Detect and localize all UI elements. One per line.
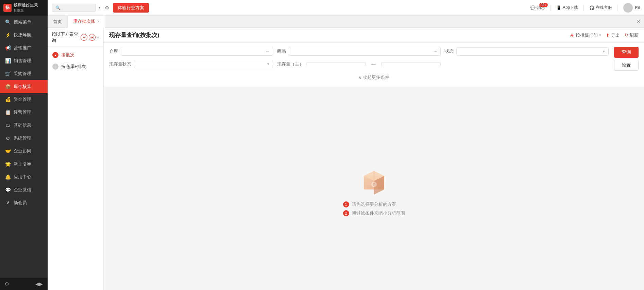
marketing-icon: 📢: [5, 45, 11, 51]
tabs-bar: 首页 库存批次账 × ✕: [48, 16, 644, 28]
divider: [550, 4, 551, 11]
guide-icon: 🌟: [5, 161, 11, 167]
product-filter-group: 商品 ···: [277, 47, 441, 56]
sidebar-item-basic[interactable]: 🗂 基础信息: [0, 119, 48, 132]
inventory-status-select[interactable]: ▾: [134, 60, 273, 68]
product-more-icon[interactable]: ···: [434, 49, 437, 54]
empty-illustration: ?: [357, 161, 391, 195]
filter-area: 仓库 ··· 商品 ···: [109, 47, 639, 72]
tab-home[interactable]: 首页: [48, 16, 68, 28]
scheme-gear-button[interactable]: [89, 34, 96, 41]
inventory-status-label: 现存量状态: [109, 61, 131, 67]
messages-button[interactable]: 💬 消息 99+: [530, 5, 545, 11]
warehouse-more-icon[interactable]: ···: [266, 49, 269, 54]
divider3: [617, 4, 618, 11]
sidebar-item-operations[interactable]: 📋 经营管理: [0, 106, 48, 119]
member-icon: V: [5, 200, 11, 206]
scheme-panel: 按以下方案查询 + « ● 按批次 ○ 按仓库+批次: [48, 28, 104, 290]
query-header: 现存量查询(按批次) 🖨 按模板打印 ▾ ⬆ 导出 ↻: [104, 28, 644, 43]
sidebar-item-system[interactable]: ⚙ 系统管理: [0, 132, 48, 145]
sidebar-item-finance[interactable]: 💰 资金管理: [0, 93, 48, 106]
sidebar-item-purchase[interactable]: 🛒 采购管理: [0, 67, 48, 80]
product-input[interactable]: ···: [289, 47, 441, 56]
collapse-more-button[interactable]: ∧ 收起更多条件: [109, 72, 639, 83]
sidebar-item-sales[interactable]: 📊 销售管理: [0, 54, 48, 67]
query-button[interactable]: 查询: [614, 47, 639, 58]
sidebar-item-apps[interactable]: 🔔 应用中心: [0, 170, 48, 183]
inventory-qty-end[interactable]: [381, 62, 441, 66]
sidebar-item-member[interactable]: V 畅会员: [0, 196, 48, 209]
empty-tip-2: 2 用过滤条件来缩小分析范围: [343, 210, 405, 216]
try-solution-button[interactable]: 体验行业方案: [113, 3, 149, 13]
apps-icon: 🔔: [5, 174, 11, 180]
sidebar: 畅 畅康通好生意 标准版 🔍 搜索菜单 ⚡ 快捷导航 📢 营销推广 📊 销售管理…: [0, 0, 48, 290]
finance-icon: 💰: [5, 96, 11, 103]
topbar-left: 🔍 ▾ ⚙ 体验行业方案: [52, 3, 527, 13]
sidebar-item-inventory[interactable]: 📦 库存核算: [0, 80, 48, 93]
scheme-add-button[interactable]: +: [81, 34, 87, 41]
message-badge: 99+: [539, 3, 548, 7]
qty-dash: —: [369, 61, 378, 67]
inventory-qty-label: 现存量（主）: [277, 61, 304, 67]
scheme-item-batch[interactable]: ● 按批次: [48, 49, 103, 61]
query-panel: 现存量查询(按批次) 🖨 按模板打印 ▾ ⬆ 导出 ↻: [104, 28, 644, 290]
tip-number-1: 1: [343, 201, 349, 207]
scheme-batch-icon: ●: [52, 52, 58, 58]
divider2: [583, 4, 584, 11]
search-icon: 🔍: [5, 19, 11, 25]
refresh-button[interactable]: ↻ 刷新: [625, 32, 639, 38]
svg-text:?: ?: [373, 183, 375, 186]
product-label: 商品: [277, 48, 286, 54]
sidebar-item-marketing[interactable]: 📢 营销推广: [0, 41, 48, 54]
filter-buttons: 查询 设置: [614, 47, 639, 71]
filter-section: 仓库 ··· 商品 ···: [104, 43, 644, 87]
main-area: 🔍 ▾ ⚙ 体验行业方案 💬 消息 99+ 📱 App下载 🎧 在线客服: [48, 0, 644, 290]
inventory-qty-group: 现存量（主） —: [277, 61, 441, 67]
settings-footer-icon[interactable]: ⚙: [5, 281, 9, 287]
scheme-warehouse-batch-icon: ○: [52, 64, 58, 70]
empty-state: ? 1 请先选择要分析的方案 2 用过滤条件来缩小分析范围: [104, 87, 644, 290]
empty-tip-1: 1 请先选择要分析的方案: [343, 201, 405, 207]
print-dropdown-icon[interactable]: ▾: [599, 33, 601, 37]
filter-fields: 仓库 ··· 商品 ···: [109, 47, 609, 72]
sidebar-item-shortcut[interactable]: ⚡ 快捷导航: [0, 29, 48, 41]
sidebar-item-wechat[interactable]: 💬 企业微信: [0, 183, 48, 196]
phone-icon: 📱: [556, 5, 561, 10]
warehouse-input[interactable]: ···: [121, 47, 273, 56]
status-label: 状态: [445, 48, 454, 54]
settings-button[interactable]: 设置: [614, 60, 639, 71]
filter-row-1: 仓库 ··· 商品 ···: [109, 47, 609, 56]
inventory-status-group: 现存量状态 ▾: [109, 60, 273, 68]
sales-icon: 📊: [5, 58, 11, 64]
print-template-button[interactable]: 🖨 按模板打印 ▾: [570, 32, 601, 38]
tab-close-icon[interactable]: ×: [97, 19, 99, 23]
app-title-group: 畅康通好生意 标准版: [14, 3, 38, 13]
username-label: Rit: [635, 5, 640, 10]
sidebar-toggle[interactable]: ◀▶: [35, 281, 43, 287]
sidebar-item-guide[interactable]: 🌟 新手引导: [0, 158, 48, 170]
empty-tips: 1 请先选择要分析的方案 2 用过滤条件来缩小分析范围: [343, 201, 405, 216]
online-service-button[interactable]: 🎧 在线客服: [589, 5, 612, 11]
export-button[interactable]: ⬆ 导出: [606, 32, 620, 38]
filter-row-2: 现存量状态 ▾ 现存量（主） —: [109, 60, 609, 68]
nav-menu: 🔍 搜索菜单 ⚡ 快捷导航 📢 营销推广 📊 销售管理 🛒 采购管理 📦 库存核…: [0, 16, 48, 278]
chevron-up-icon: ∧: [358, 75, 361, 80]
tab-inventory-batch[interactable]: 库存批次账 ×: [68, 16, 105, 28]
topbar-search-area: 🔍: [52, 4, 96, 12]
sidebar-item-collab[interactable]: 🤝 企业协同: [0, 145, 48, 158]
inventory-qty-start[interactable]: [306, 62, 366, 66]
topbar-dropdown-arrow[interactable]: ▾: [99, 5, 101, 10]
sidebar-item-search[interactable]: 🔍 搜索菜单: [0, 16, 48, 29]
basic-icon: 🗂: [5, 122, 11, 128]
content-area: 按以下方案查询 + « ● 按批次 ○ 按仓库+批次: [48, 28, 644, 290]
status-select[interactable]: ▾: [456, 47, 609, 56]
warehouse-filter-group: 仓库 ···: [109, 47, 273, 56]
topbar-gear-icon[interactable]: ⚙: [103, 4, 110, 11]
scheme-item-warehouse-batch[interactable]: ○ 按仓库+批次: [48, 61, 103, 72]
app-download-button[interactable]: 📱 App下载: [556, 5, 578, 11]
scheme-collapse-button[interactable]: «: [97, 35, 99, 40]
app-title: 畅康通好生意: [14, 3, 38, 8]
tab-panel-close-icon[interactable]: ✕: [637, 19, 644, 24]
user-profile-button[interactable]: Rit: [623, 3, 640, 13]
sidebar-footer: ⚙ ◀▶: [0, 278, 48, 290]
